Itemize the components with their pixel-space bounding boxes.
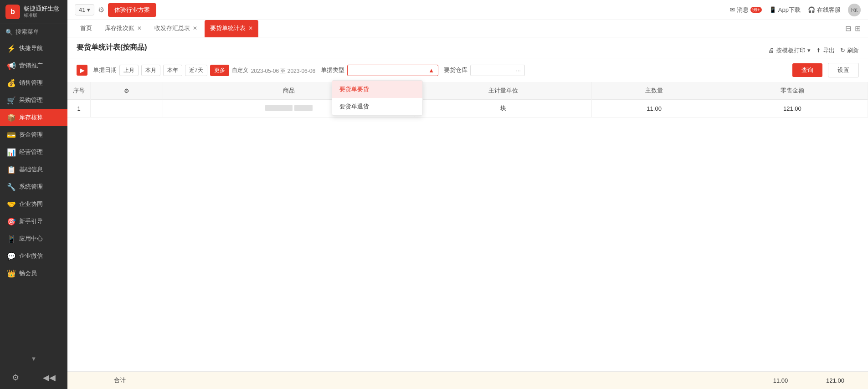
- nav-icon-sales: 💰: [7, 79, 15, 87]
- page-actions: 🖨 按模板打印 ▾ ⬆ 导出 ↻ 刷新: [768, 46, 859, 55]
- dropdown-item-order-return[interactable]: 要货单退货: [332, 98, 422, 115]
- industry-btn[interactable]: 体验行业方案: [108, 3, 156, 17]
- doc-type-label: 单据类型: [321, 66, 344, 74]
- date-btn-this-month[interactable]: 本月: [141, 65, 160, 76]
- app-download-btn[interactable]: 📱 App下载: [769, 6, 801, 14]
- warehouse-filter-group: 要货仓库 ···: [444, 65, 525, 76]
- topbar-settings-icon[interactable]: ⚙: [98, 5, 104, 14]
- date-btn-7days[interactable]: 近7天: [185, 65, 207, 76]
- date-btn-last-month[interactable]: 上月: [119, 65, 139, 76]
- nav-label-system: 系统管理: [19, 183, 43, 191]
- user-menu[interactable]: Rit: [848, 4, 861, 16]
- filter-bar: ▶ 单据日期 上月 本月 本年 近7天 更多 自定义 2023-05-06 至 …: [67, 58, 868, 82]
- refresh-btn[interactable]: ↻ 刷新: [840, 46, 859, 55]
- sidebar-bottom: ⚙ ◀◀: [0, 366, 67, 389]
- nav-icon-basic-info: 📋: [7, 165, 15, 174]
- tabs-bar: 首页库存批次账 ✕收发存汇总表 ✕要货单统计表 ✕ ⊟ ⊞: [67, 20, 868, 37]
- tabs-minimize-icon[interactable]: ⊟: [845, 24, 851, 33]
- nav-icon-operations: 📊: [7, 148, 15, 156]
- sidebar-item-guide[interactable]: 🎯 新手引导: [0, 213, 67, 230]
- nav-label-finance: 资金管理: [19, 131, 43, 139]
- export-label: 导出: [823, 46, 835, 55]
- print-label: 按模板打印: [776, 46, 806, 55]
- nav-label-quick-nav: 快捷导航: [19, 44, 43, 52]
- sidebar-item-member[interactable]: 👑 畅会员: [0, 265, 67, 282]
- sidebar-item-system[interactable]: 🔧 系统管理: [0, 178, 67, 195]
- date-btn-more[interactable]: 更多: [210, 65, 229, 76]
- date-custom-btn[interactable]: 自定义: [232, 67, 248, 74]
- table-head: 序号 ⚙ 商品 主计量单位 主数量 零售金额: [67, 82, 868, 100]
- sidebar-item-marketing[interactable]: 📢 营销推广: [0, 57, 67, 74]
- messages-btn[interactable]: ✉ 消息 99+: [730, 6, 762, 14]
- dropdown-item-order-goods[interactable]: 要货单要货: [332, 81, 422, 98]
- date-btn-this-year[interactable]: 本年: [163, 65, 182, 76]
- topbar-right: ✉ 消息 99+ 📱 App下载 🎧 在线客服 Rit: [730, 4, 861, 16]
- refresh-label: 刷新: [847, 46, 859, 55]
- headset-icon: 🎧: [808, 6, 815, 13]
- filter-expand-btn[interactable]: ▶: [77, 65, 87, 76]
- tab-inventory-batch[interactable]: 库存批次账 ✕: [99, 20, 147, 37]
- set-btn[interactable]: 设置: [828, 63, 859, 77]
- sidebar-item-basic-info[interactable]: 📋 基础信息: [0, 161, 67, 178]
- app-download-label: App下载: [778, 6, 801, 14]
- sidebar-item-wechat[interactable]: 💬 企业微信: [0, 247, 67, 265]
- col-settings[interactable]: ⚙: [91, 82, 163, 100]
- tab-label-receive-summary: 收发存汇总表: [154, 24, 190, 32]
- logo-sub: 标准版: [24, 12, 59, 19]
- nav-label-inventory: 库存核算: [19, 113, 43, 122]
- sidebar-search-label: 搜索菜单: [15, 28, 39, 36]
- data-table: 序号 ⚙ 商品 主计量单位 主数量 零售金额 1: [67, 82, 868, 118]
- search-icon: 🔍: [5, 29, 13, 36]
- sidebar-item-app-center[interactable]: 📱 应用中心: [0, 230, 67, 247]
- doc-type-dropdown: 要货单要货要货单退货: [332, 80, 423, 116]
- sidebar-search[interactable]: 🔍 搜索菜单: [0, 24, 67, 40]
- nav-label-enterprise: 企业协同: [19, 200, 43, 208]
- messages-badge: 99+: [750, 7, 762, 13]
- table-body: 1 块 11.00 121.00: [67, 100, 868, 118]
- print-btn[interactable]: 🖨 按模板打印 ▾: [768, 46, 811, 55]
- print-icon: 🖨: [768, 47, 774, 54]
- sidebar-item-finance[interactable]: 💳 资金管理: [0, 126, 67, 143]
- nav-icon-inventory: 📦: [7, 113, 15, 122]
- sidebar-item-enterprise[interactable]: 🤝 企业协同: [0, 195, 67, 213]
- table-container: 序号 ⚙ 商品 主计量单位 主数量 零售金额 1: [67, 82, 868, 371]
- phone-icon: 📱: [769, 6, 776, 13]
- tab-home[interactable]: 首页: [75, 20, 98, 37]
- nav-label-marketing: 营销推广: [19, 61, 43, 70]
- sidebar: b 畅捷通好生意 标准版 🔍 搜索菜单 ⚡ 快捷导航 📢 营销推广 💰 销售管理…: [0, 0, 67, 389]
- nav-label-wechat: 企业微信: [19, 252, 43, 260]
- tab-order-stats[interactable]: 要货单统计表 ✕: [205, 20, 258, 37]
- content-area: 要货单统计表(按商品) 🖨 按模板打印 ▾ ⬆ 导出 ↻ 刷新: [67, 37, 868, 389]
- nav-icon-enterprise: 🤝: [7, 200, 15, 208]
- query-btn[interactable]: 查询: [792, 63, 822, 77]
- tab-close-order-stats[interactable]: ✕: [248, 26, 253, 31]
- settings-btn[interactable]: ⚙: [10, 371, 21, 384]
- online-service-label: 在线客服: [817, 6, 841, 14]
- tab-label-inventory-batch: 库存批次账: [105, 24, 134, 32]
- doc-type-select[interactable]: ▲: [347, 65, 438, 76]
- tab-receive-summary[interactable]: 收发存汇总表 ✕: [149, 20, 203, 37]
- sidebar-item-sales[interactable]: 💰 销售管理: [0, 74, 67, 92]
- tab-close-inventory-batch[interactable]: ✕: [137, 26, 142, 31]
- nav-label-guide: 新手引导: [19, 217, 43, 225]
- sidebar-scroll-down[interactable]: ▼: [29, 353, 39, 364]
- export-btn[interactable]: ⬆ 导出: [816, 46, 835, 55]
- cell-settings: [91, 100, 163, 118]
- company-selector[interactable]: 41 ▾: [75, 4, 94, 15]
- warehouse-select[interactable]: ···: [470, 65, 525, 76]
- collapse-btn[interactable]: ◀◀: [41, 371, 57, 384]
- nav-icon-guide: 🎯: [7, 217, 15, 225]
- nav-icon-quick-nav: ⚡: [7, 44, 15, 52]
- tabs-expand-icon[interactable]: ⊞: [855, 24, 861, 33]
- product-placeholder: [265, 105, 293, 111]
- avatar: Rit: [848, 4, 861, 16]
- online-service-btn[interactable]: 🎧 在线客服: [808, 6, 841, 14]
- sidebar-item-operations[interactable]: 📊 经营管理: [0, 143, 67, 161]
- sidebar-item-quick-nav[interactable]: ⚡ 快捷导航: [0, 40, 67, 57]
- tab-label-order-stats: 要货单统计表: [210, 24, 246, 32]
- tab-close-receive-summary[interactable]: ✕: [193, 26, 197, 31]
- sidebar-item-inventory[interactable]: 📦 库存核算: [0, 109, 67, 126]
- column-settings-icon[interactable]: ⚙: [124, 87, 129, 94]
- date-range-display: 2023-05-06 至 2023-06-06: [251, 68, 315, 74]
- sidebar-item-purchase[interactable]: 🛒 采购管理: [0, 92, 67, 109]
